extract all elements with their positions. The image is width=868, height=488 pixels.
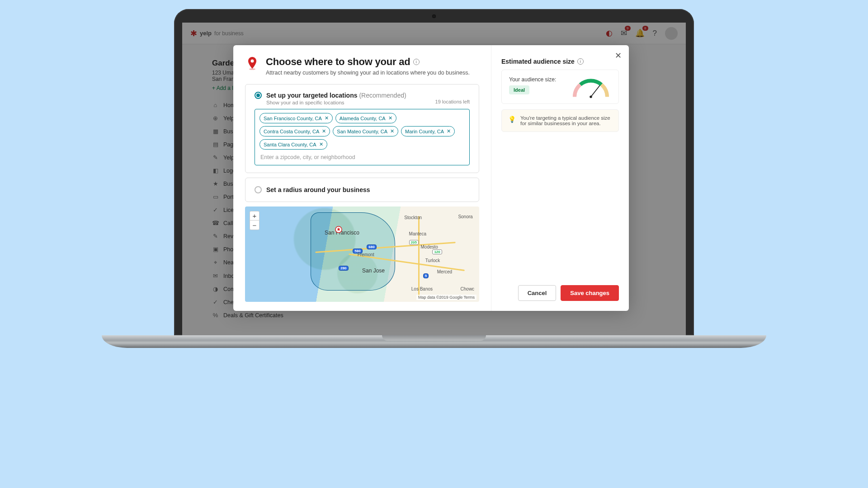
save-button[interactable]: Save changes: [561, 285, 619, 301]
svg-point-1: [249, 68, 255, 70]
location-token[interactable]: San Mateo County, CA✕: [333, 126, 398, 136]
gauge-icon: [571, 76, 611, 99]
laptop-bezel: ✱ yelp for business ◐ ✉9 🔔8 ? Garden 123…: [174, 9, 694, 335]
audience-tip: 💡 You're targeting a typical audience si…: [501, 109, 619, 132]
token-label: Santa Clara County, CA: [264, 142, 316, 147]
city-losbanos: Los Banos: [411, 286, 433, 291]
info-icon[interactable]: i: [577, 58, 584, 65]
token-label: Contra Costa County, CA: [264, 129, 319, 134]
city-stockton: Stockton: [404, 215, 422, 220]
shield-205: 205: [409, 240, 419, 245]
token-label: San Francisco County, CA: [264, 116, 322, 121]
map-attribution: Map data ©2019 Google Terms: [416, 295, 476, 300]
modal-subtitle: Attract nearby customers by showing your…: [266, 70, 470, 76]
map-zoom: + −: [250, 211, 259, 230]
city-modesto: Modesto: [421, 244, 438, 249]
token-label: Alameda County, CA: [340, 116, 386, 121]
city-turlock: Turlock: [425, 258, 440, 263]
radio-radius[interactable]: [255, 186, 262, 193]
location-targeting-modal: Choose where to show your ad i Attract n…: [233, 45, 629, 311]
svg-line-3: [591, 85, 600, 97]
option-targeted-title: Set up your targeted locations (Recommen…: [266, 92, 406, 99]
info-icon[interactable]: i: [413, 59, 420, 65]
modal-main: Choose where to show your ad i Attract n…: [233, 45, 491, 311]
shield-120: 120: [432, 249, 442, 254]
remove-token-icon[interactable]: ✕: [325, 115, 329, 121]
tip-text: You're targeting a typical audience size…: [520, 115, 612, 126]
remove-token-icon[interactable]: ✕: [390, 128, 394, 134]
remove-token-icon[interactable]: ✕: [447, 128, 451, 134]
option-radius-card[interactable]: Set a radius around your business: [245, 178, 479, 202]
option-targeted-card[interactable]: Set up your targeted locations (Recommen…: [245, 84, 479, 173]
location-token[interactable]: Santa Clara County, CA✕: [259, 139, 327, 150]
remove-token-icon[interactable]: ✕: [319, 141, 323, 147]
city-sonora: Sonora: [458, 214, 472, 219]
option-radius-title: Set a radius around your business: [266, 186, 370, 193]
remove-token-icon[interactable]: ✕: [388, 115, 392, 121]
svg-point-0: [251, 60, 254, 63]
modal-sidebar: ✕ Estimated audience size i Your audienc…: [491, 45, 629, 311]
city-merced: Merced: [437, 269, 452, 274]
remove-token-icon[interactable]: ✕: [322, 128, 326, 134]
token-label: Marin County, CA: [405, 129, 444, 134]
location-search-input[interactable]: [259, 152, 465, 162]
zoom-out-button[interactable]: −: [250, 221, 259, 230]
shield-i280: 280: [339, 266, 348, 271]
location-token[interactable]: San Francisco County, CA✕: [259, 113, 333, 123]
audience-badge: Ideal: [509, 85, 529, 94]
map-business-pin-icon: [334, 225, 343, 235]
location-token[interactable]: Alameda County, CA✕: [335, 113, 396, 123]
audience-gauge-card: Your audience size: Ideal: [501, 70, 619, 104]
city-fremont: Fremont: [358, 252, 374, 257]
shield-i5: 5: [423, 273, 429, 278]
location-token[interactable]: Contra Costa County, CA✕: [259, 126, 330, 136]
cancel-button[interactable]: Cancel: [518, 285, 557, 301]
location-token[interactable]: Marin County, CA✕: [401, 126, 455, 136]
targeting-map[interactable]: 280 580 680 5 205 120 San Francisco San …: [245, 206, 479, 302]
camera-dot: [432, 14, 436, 18]
audience-size-title: Estimated audience size i: [501, 58, 619, 65]
laptop-frame: ✱ yelp for business ◐ ✉9 🔔8 ? Garden 123…: [174, 9, 694, 348]
lightbulb-icon: 💡: [508, 116, 516, 126]
laptop-hinge: [102, 335, 766, 348]
modal-title: Choose where to show your ad i: [266, 56, 470, 68]
token-label: San Mateo County, CA: [337, 129, 387, 134]
city-sj: San Jose: [362, 267, 385, 274]
close-icon[interactable]: ✕: [615, 51, 622, 61]
shield-i680: 680: [367, 244, 376, 249]
your-size-label: Your audience size:: [509, 76, 556, 83]
zoom-in-button[interactable]: +: [250, 211, 259, 221]
location-token-input[interactable]: San Francisco County, CA✕Alameda County,…: [255, 109, 470, 165]
location-pin-icon: [245, 56, 259, 70]
svg-point-4: [590, 96, 592, 98]
city-chow: Chowc: [461, 286, 475, 291]
city-manteca: Manteca: [409, 231, 426, 236]
screen: ✱ yelp for business ◐ ✉9 🔔8 ? Garden 123…: [182, 23, 686, 335]
radio-targeted[interactable]: [255, 92, 262, 99]
